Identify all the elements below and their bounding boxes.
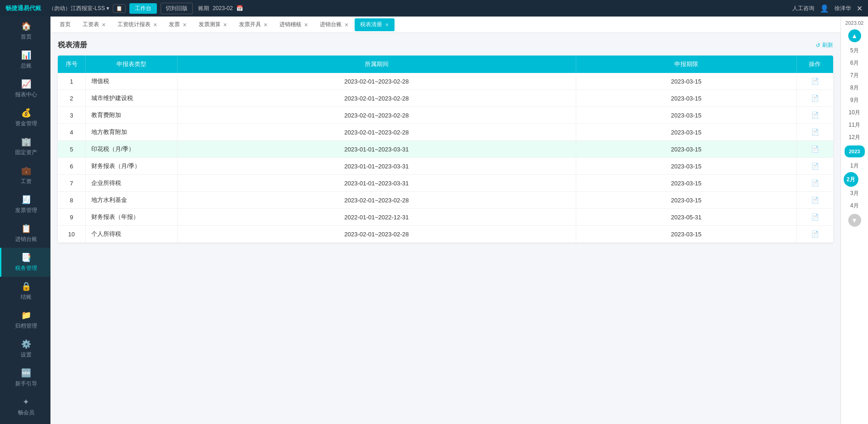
tab-invoice-open[interactable]: 发票开具 × [234, 18, 273, 31]
sidebar-item-settings[interactable]: ⚙️ 设置 [0, 335, 50, 363]
calendar-month-item[interactable]: 4月 [844, 200, 866, 212]
oldview-button[interactable]: 切到旧版 [161, 3, 193, 14]
calendar-month-item[interactable]: 9月 [844, 94, 866, 106]
sidebar-label-tax: 税务管理 [15, 264, 37, 272]
cell-action[interactable]: 📄 [796, 226, 833, 243]
calendar-month-item[interactable]: 6月 [844, 57, 866, 69]
cell-type: 个人所得税 [85, 226, 177, 243]
ledger-icon: 📊 [21, 50, 31, 60]
cell-action[interactable]: 📄 [796, 141, 833, 158]
cell-action[interactable]: 📄 [796, 158, 833, 175]
tab-close-invoice-query[interactable]: × [223, 21, 227, 28]
sidebar-item-funds[interactable]: 💰 资金管理 [0, 103, 50, 132]
tab-purchase-audit[interactable]: 进销稽核 × [274, 18, 313, 31]
sidebar-item-ledger[interactable]: 📊 总账 [0, 45, 50, 74]
sidebar-item-home[interactable]: 🏠 首页 [0, 17, 50, 45]
cell-period: 2023-02-01~2023-02-28 [177, 192, 576, 209]
tab-close-purchase-ledger[interactable]: × [345, 21, 348, 28]
cell-action[interactable]: 📄 [796, 124, 833, 141]
sidebar-item-closing[interactable]: 🔒 结账 [0, 277, 50, 306]
sidebar-item-salary[interactable]: 💼 工资 [0, 161, 50, 190]
sidebar-label-purchase: 进销台账 [15, 235, 37, 243]
tab-close-salary[interactable]: × [102, 21, 106, 28]
workspace-button[interactable]: 工作台 [129, 3, 157, 14]
action-icon[interactable]: 📄 [811, 213, 819, 221]
cell-type: 企业所得税 [85, 175, 177, 192]
tab-close-invoice-open[interactable]: × [264, 21, 267, 28]
col-seq: 序号 [58, 56, 85, 73]
sidebar-label-guide: 新手引导 [15, 380, 37, 388]
action-icon[interactable]: 📄 [811, 145, 819, 153]
cell-action[interactable]: 📄 [796, 192, 833, 209]
calendar-month-item[interactable]: 7月 [844, 69, 866, 81]
right-panel-header: 2023.02 [846, 18, 864, 29]
tab-salary-report[interactable]: 工资统计报表 × [112, 18, 162, 31]
table-row: 2 城市维护建设税 2023-02-01~2023-02-28 2023-03-… [58, 90, 833, 107]
cell-seq: 7 [58, 175, 85, 192]
cell-action[interactable]: 📄 [796, 107, 833, 124]
sidebar: 🏠 首页 📊 总账 📈 报表中心 💰 资金管理 🏢 固定资产 💼 工资 🧾 发票… [0, 17, 50, 424]
action-icon[interactable]: 📄 [811, 78, 819, 85]
sidebar-item-vip[interactable]: ✦ 畅会员 [0, 392, 50, 421]
calendar-month-item[interactable]: 5月 [844, 45, 866, 56]
calendar-month-item[interactable]: 10月 [844, 106, 866, 118]
sidebar-item-purchase[interactable]: 📋 进销台账 [0, 219, 50, 248]
tab-tax-register[interactable]: 税表清册 × [355, 18, 394, 31]
human-consult-link[interactable]: 人工咨询 [792, 5, 814, 12]
action-icon[interactable]: 📄 [811, 95, 819, 102]
closing-icon: 🔒 [21, 281, 31, 291]
action-icon[interactable]: 📄 [811, 112, 819, 119]
cell-action[interactable]: 📄 [796, 73, 833, 90]
calendar-month-item[interactable]: 1月 [844, 160, 866, 172]
calendar-month-item[interactable]: 11月 [844, 119, 866, 131]
tab-invoice-query[interactable]: 发票测算 × [193, 18, 233, 31]
tab-close-salary-report[interactable]: × [153, 21, 157, 28]
cell-seq: 1 [58, 73, 85, 90]
sidebar-item-reports[interactable]: 📈 报表中心 [0, 74, 50, 103]
sidebar-label-settings: 设置 [21, 351, 32, 359]
calendar-down-button[interactable]: ▼ [848, 214, 861, 227]
cell-deadline: 2023-03-15 [576, 141, 796, 158]
close-button[interactable]: ✕ [857, 4, 862, 13]
tab-close-invoice[interactable]: × [183, 21, 186, 28]
action-icon[interactable]: 📄 [811, 162, 819, 170]
guide-icon: 🆕 [21, 368, 31, 378]
cell-deadline: 2023-03-15 [576, 124, 796, 141]
sidebar-item-invoice[interactable]: 🧾 发票管理 [0, 190, 50, 219]
calendar-month-item[interactable]: 2月 [844, 172, 858, 187]
tab-salary[interactable]: 工资表 × [77, 18, 111, 31]
sidebar-item-assets[interactable]: 🏢 固定资产 [0, 132, 50, 161]
tab-close-tax-register[interactable]: × [385, 21, 389, 28]
calendar-month-item[interactable]: 8月 [844, 82, 866, 94]
cell-action[interactable]: 📄 [796, 90, 833, 107]
tab-close-purchase-audit[interactable]: × [304, 21, 308, 28]
col-deadline: 申报期限 [576, 56, 796, 73]
vip-icon: ✦ [22, 397, 29, 407]
company-selector[interactable]: （勿动）江西报室-LSS ▾ [49, 5, 109, 12]
cell-period: 2023-02-01~2023-02-28 [177, 73, 576, 90]
cell-action[interactable]: 📄 [796, 209, 833, 226]
tab-purchase-ledger[interactable]: 进销台账 × [314, 18, 354, 31]
tab-bar: 首页 工资表 × 工资统计报表 × 发票 × 发票测算 × 发票开具 × [50, 17, 840, 33]
refresh-button[interactable]: ↺ 刷新 [816, 41, 833, 49]
cell-deadline: 2023-03-15 [576, 107, 796, 124]
sidebar-item-archive[interactable]: 📁 归档管理 [0, 306, 50, 335]
action-icon[interactable]: 📄 [811, 128, 819, 136]
tab-home[interactable]: 首页 [54, 18, 76, 31]
tab-invoice[interactable]: 发票 × [163, 18, 192, 31]
sidebar-item-tax[interactable]: 📑 税务管理 [0, 248, 50, 277]
calendar-month-item[interactable]: 12月 [844, 131, 866, 143]
copy-button[interactable]: 📋 [113, 4, 126, 13]
home-icon: 🏠 [21, 21, 31, 31]
user-name[interactable]: 徐泽华 [835, 5, 851, 12]
calendar-month-item[interactable]: 3月 [844, 187, 866, 199]
calendar-up-button[interactable]: ▲ [848, 29, 861, 42]
cell-period: 2023-01-01~2023-03-31 [177, 175, 576, 192]
sidebar-item-guide[interactable]: 🆕 新手引导 [0, 363, 50, 392]
action-icon[interactable]: 📄 [811, 179, 819, 187]
cell-deadline: 2023-03-15 [576, 192, 796, 209]
action-icon[interactable]: 📄 [811, 196, 819, 204]
action-icon[interactable]: 📄 [811, 230, 819, 238]
sidebar-label-funds: 资金管理 [15, 120, 37, 128]
cell-action[interactable]: 📄 [796, 175, 833, 192]
